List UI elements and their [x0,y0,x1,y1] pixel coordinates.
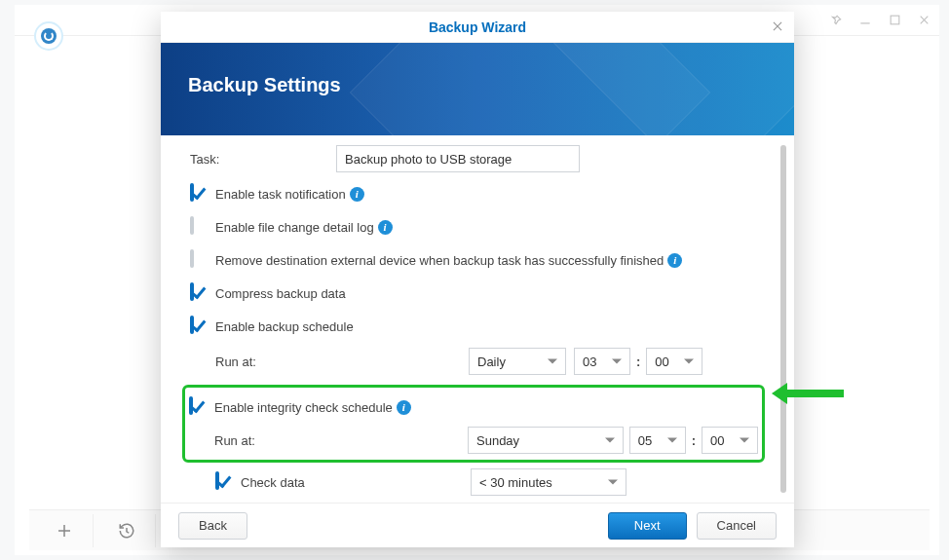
svg-rect-0 [860,22,869,23]
check-data-label: Check data [241,475,471,490]
backup-hour-select[interactable]: 03 [574,348,630,375]
integrity-highlight: Enable integrity check schedule i Run at… [182,385,765,463]
modal-title: Backup Wizard [429,19,526,35]
compress-checkbox[interactable] [190,284,208,302]
integrity-row[interactable]: Enable integrity check schedule i [189,395,758,419]
task-notification-row[interactable]: Enable task notification i [190,182,765,205]
integrity-minute-select[interactable]: 00 [702,427,758,454]
modal-titlebar: Backup Wizard [161,12,794,43]
compress-row[interactable]: Compress backup data [190,281,765,305]
backup-schedule-checkbox[interactable] [190,317,208,335]
info-icon[interactable]: i [397,400,411,415]
remove-device-row[interactable]: Remove destination external device when … [190,248,765,272]
info-icon[interactable]: i [350,187,364,202]
task-notification-label: Enable task notification [215,187,346,202]
run-at-label: Run at: [214,433,468,448]
integrity-checkbox[interactable] [189,398,207,416]
integrity-label: Enable integrity check schedule [214,400,393,415]
annotation-arrow [785,390,844,397]
close-icon[interactable] [771,19,784,37]
integrity-day-select[interactable]: Sunday [468,427,624,454]
backup-runat-row: Run at: Daily 03 : 00 [190,348,765,375]
task-row: Task: [190,145,765,172]
add-button[interactable] [35,514,94,547]
compress-label: Compress backup data [215,286,346,301]
task-name-input[interactable] [336,145,580,172]
file-change-log-row[interactable]: Enable file change detail log i [190,215,765,239]
banner-heading: Backup Settings [188,74,341,96]
backup-schedule-label: Enable backup schedule [215,319,354,334]
workspace-close-icon[interactable] [916,13,931,28]
backup-frequency-select[interactable]: Daily [469,348,566,375]
file-change-log-checkbox[interactable] [190,218,208,236]
remove-device-checkbox[interactable] [190,251,208,269]
next-button[interactable]: Next [608,512,687,540]
scrollbar[interactable] [780,145,786,493]
task-notification-checkbox[interactable] [190,185,208,203]
app-icon [34,21,63,51]
history-button[interactable] [97,514,156,547]
form-content: Task: Enable task notification i Enable … [161,135,794,503]
modal-footer: Back Next Cancel [161,503,794,547]
backup-minute-select[interactable]: 00 [646,348,702,375]
back-button[interactable]: Back [178,512,247,540]
check-data-checkbox[interactable] [215,473,233,491]
remove-device-label: Remove destination external device when … [215,253,664,268]
info-icon[interactable]: i [667,253,682,268]
integrity-hour-select[interactable]: 05 [629,427,686,454]
check-data-duration-select[interactable]: < 30 minutes [471,468,626,496]
pin-icon[interactable] [828,13,844,28]
integrity-runat-row: Run at: Sunday 05 : 00 [189,427,758,454]
maximize-icon[interactable] [887,13,902,28]
banner: Backup Settings [161,43,794,135]
run-at-label: Run at: [215,355,469,369]
info-icon[interactable]: i [378,220,393,235]
svg-rect-1 [891,16,899,24]
task-label: Task: [190,152,336,167]
backup-wizard-modal: Backup Wizard Backup Settings Task: Enab… [161,12,794,547]
minimize-icon[interactable] [857,13,873,28]
check-data-row[interactable]: Check data < 30 minutes [190,468,765,496]
time-colon: : [636,355,640,369]
file-change-log-label: Enable file change detail log [215,220,374,235]
time-colon: : [692,433,696,448]
cancel-button[interactable]: Cancel [697,512,777,540]
backup-schedule-row[interactable]: Enable backup schedule [190,315,765,338]
